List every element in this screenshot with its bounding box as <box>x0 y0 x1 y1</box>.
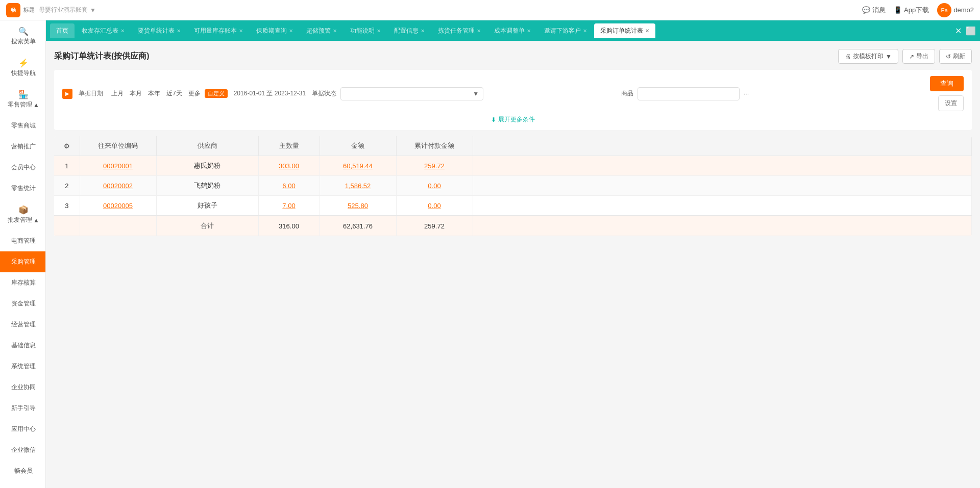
sidebar-item-inventory[interactable]: 库存核算 <box>0 272 45 293</box>
tab-close-icon[interactable]: ✕ <box>421 28 425 34</box>
sidebar-item-wechat[interactable]: 企业微信 <box>0 440 45 460</box>
tab-close-icon[interactable]: ✕ <box>377 28 381 34</box>
tab-purchase-stat[interactable]: 采购订单统计表 ✕ <box>594 23 655 38</box>
goods-more-icon[interactable]: ··· <box>744 90 749 97</box>
date-this-month[interactable]: 本月 <box>128 88 144 99</box>
goods-input[interactable] <box>638 87 740 100</box>
settings-gear-icon[interactable]: ⚙ <box>64 142 70 150</box>
sidebar-item-label: 系统管理 <box>11 362 36 371</box>
amount-link[interactable]: 60,519.44 <box>343 162 373 170</box>
message-button[interactable]: 💬 消息 <box>862 6 886 15</box>
amount-link[interactable]: 525.80 <box>348 202 368 210</box>
tab-close-icon[interactable]: ✕ <box>477 28 481 34</box>
sidebar-item-member2[interactable]: 畅会员 <box>0 460 45 481</box>
sidebar-item-operations[interactable]: 经营管理 <box>0 314 45 335</box>
date-more[interactable]: 更多 <box>186 88 203 99</box>
sidebar-item-retail[interactable]: 🏪 零售管理 ▲ <box>0 84 45 115</box>
data-table: ⚙ 往来单位编码 供应商 主数量 <box>54 136 972 236</box>
paid-link[interactable]: 0.00 <box>428 182 440 190</box>
expand-more-button[interactable]: ⬇ 展开更多条件 <box>491 115 535 124</box>
code-link[interactable]: 00020001 <box>103 162 133 170</box>
tab-close-icon[interactable]: ✕ <box>583 28 587 34</box>
qty-link[interactable]: 6.00 <box>282 182 295 190</box>
tab-func-desc[interactable]: 功能说明 ✕ <box>344 23 387 38</box>
row-supplier: 惠氏奶粉 <box>156 156 258 176</box>
qty-link[interactable]: 7.00 <box>282 202 295 210</box>
row-code: 00020001 <box>80 156 156 176</box>
tab-invite[interactable]: 邀请下游客户 ✕ <box>538 23 593 38</box>
tab-overstock[interactable]: 超储预警 ✕ <box>300 23 343 38</box>
tab-goods-stat[interactable]: 要货单统计表 ✕ <box>132 23 187 38</box>
sidebar-item-guide[interactable]: 新手引导 <box>0 398 45 419</box>
date-this-year[interactable]: 本年 <box>146 88 162 99</box>
paid-link[interactable]: 0.00 <box>428 202 440 210</box>
settings-button[interactable]: 设置 <box>938 95 964 111</box>
sidebar-item-basic[interactable]: 基础信息 <box>0 335 45 356</box>
paid-link[interactable]: 259.72 <box>424 162 445 170</box>
expand-label: 展开更多条件 <box>498 115 535 124</box>
tab-close-icon[interactable]: ✕ <box>333 28 337 34</box>
qty-link[interactable]: 303.00 <box>279 162 299 170</box>
table-row: 2 00020002 飞鹤奶粉 6.00 1,586.52 <box>54 176 972 196</box>
date-last-month[interactable]: 上月 <box>109 88 126 99</box>
expand-icon: ⬇ <box>491 116 496 123</box>
sidebar-item-search[interactable]: 🔍 搜索英单 <box>0 20 45 52</box>
date-custom-badge: 自定义 <box>205 89 228 98</box>
sidebar-item-member[interactable]: 会员中心 <box>0 157 45 178</box>
tab-pick-task[interactable]: 拣货任务管理 ✕ <box>432 23 487 38</box>
row-paid: 0.00 <box>396 176 473 196</box>
print-dropdown-icon: ▼ <box>886 53 892 60</box>
tab-home[interactable]: 首页 <box>50 23 75 38</box>
tab-close-icon[interactable]: ✕ <box>527 28 531 34</box>
row-qty: 6.00 <box>258 176 320 196</box>
sidebar-item-retail-stat[interactable]: 零售统计 <box>0 178 45 199</box>
code-link[interactable]: 00020005 <box>103 202 133 210</box>
tab-close-all-icon[interactable]: ✕ <box>955 26 962 36</box>
code-link[interactable]: 00020002 <box>103 182 133 190</box>
footer-qty: 316.00 <box>258 216 320 236</box>
sidebar-item-label: 企业协同 <box>11 383 36 392</box>
page-actions: 🖨 按模板打印 ▼ ↗ 导出 ↺ 刷新 <box>838 49 972 64</box>
sidebar-item-label: 批发管理 <box>8 216 32 224</box>
date-7-days[interactable]: 近7天 <box>164 88 184 99</box>
app-download-button[interactable]: 📱 App下载 <box>894 6 929 15</box>
sidebar-item-wholesale[interactable]: 📦 批发管理 ▲ <box>0 199 45 230</box>
tab-inventory-book[interactable]: 可用量库存账本 ✕ <box>188 23 249 38</box>
print-button[interactable]: 🖨 按模板打印 ▼ <box>838 49 898 64</box>
tab-label: 邀请下游客户 <box>544 27 581 35</box>
user-profile[interactable]: Ea demo2 <box>937 3 974 17</box>
sidebar-item-retail-mall[interactable]: 零售商城 <box>0 115 45 136</box>
tab-cost-adj[interactable]: 成本调整单 ✕ <box>488 23 537 38</box>
refresh-button[interactable]: ↺ 刷新 <box>939 49 972 64</box>
footer-paid: 259.72 <box>396 216 473 236</box>
print-icon: 🖨 <box>845 53 851 60</box>
tab-close-icon[interactable]: ✕ <box>289 28 293 34</box>
tab-close-icon[interactable]: ✕ <box>239 28 243 34</box>
tab-expand-icon[interactable]: ⬜ <box>966 26 976 36</box>
sidebar-item-enterprise[interactable]: 企业协同 <box>0 377 45 398</box>
tab-close-icon[interactable]: ✕ <box>645 28 649 34</box>
tab-close-icon[interactable]: ✕ <box>120 28 125 34</box>
sidebar-item-ecommerce[interactable]: 电商管理 <box>0 230 45 251</box>
th-qty: 主数量 <box>258 136 320 156</box>
status-select[interactable]: ▼ <box>340 87 483 100</box>
export-button[interactable]: ↗ 导出 <box>902 49 935 64</box>
sidebar-item-app-center[interactable]: 应用中心 <box>0 419 45 440</box>
amount-link[interactable]: 1,586.52 <box>345 182 371 190</box>
sidebar-item-finance[interactable]: 资金管理 <box>0 293 45 314</box>
tab-close-icon[interactable]: ✕ <box>177 28 181 34</box>
tab-receive-summary[interactable]: 收发存汇总表 ✕ <box>76 23 131 38</box>
th-code: 往来单位编码 <box>80 136 156 156</box>
sidebar-item-system[interactable]: 系统管理 <box>0 356 45 377</box>
sidebar-item-shortcut[interactable]: ⚡ 快捷导航 <box>0 52 45 84</box>
tab-label: 超储预警 <box>306 27 331 35</box>
tab-expiry-query[interactable]: 保质期查询 ✕ <box>250 23 299 38</box>
filter-toggle[interactable]: ▶ <box>62 89 72 99</box>
sidebar-item-marketing[interactable]: 营销推广 <box>0 136 45 157</box>
table-header-row: ⚙ 往来单位编码 供应商 主数量 <box>54 136 972 156</box>
row-paid: 0.00 <box>396 196 473 216</box>
search-button[interactable]: 查询 <box>930 76 964 91</box>
sidebar-item-purchase[interactable]: 采购管理 <box>0 251 45 272</box>
content-area: 首页 收发存汇总表 ✕ 要货单统计表 ✕ 可用量库存账本 ✕ 保质期查询 ✕ <box>46 20 980 488</box>
tab-config[interactable]: 配置信息 ✕ <box>388 23 431 38</box>
